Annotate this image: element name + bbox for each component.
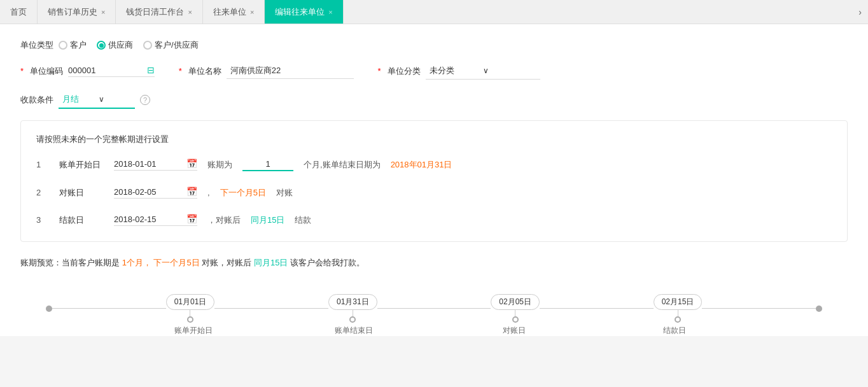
preview-label: 账期预览：当前客户账期是 — [20, 258, 120, 267]
period-date-1[interactable]: 📅 — [114, 158, 197, 171]
period-highlight-2: 下一个月5日 — [220, 187, 266, 199]
preview-highlight2: 同月15日 — [254, 258, 288, 267]
preview-highlight1: 1个月， — [122, 258, 151, 267]
timeline-line-5 — [702, 308, 816, 309]
timeline-stem-4 — [678, 310, 678, 316]
period-row-2: 2 对账日 📅 , 下一个月5日 对账 — [36, 186, 832, 199]
unit-fields-row: * 单位编码 ⊟ * 单位名称 * 单位分类 未分类 ∨ — [20, 62, 848, 80]
payment-terms-row: 收款条件 月结 ∨ ? — [20, 91, 848, 109]
timeline-date-1: 01月01日 — [166, 294, 215, 310]
unit-name-input[interactable] — [227, 64, 354, 79]
timeline-labels-row: 账单开始日 账单结束日 对账日 结款日 — [20, 325, 848, 336]
timeline-label-2: 账单结束日 — [335, 325, 373, 336]
timeline-line-1 — [52, 308, 166, 309]
tab-edit-partner[interactable]: 编辑往来单位 × — [265, 0, 343, 24]
timeline-dot-4 — [675, 316, 681, 323]
radio-customer-label: 客户 — [70, 39, 87, 51]
timeline-stem-2 — [353, 310, 353, 316]
timeline-dot-3 — [512, 316, 519, 323]
timeline-dot-2 — [349, 316, 356, 323]
payment-terms-dropdown[interactable]: 月结 ∨ — [59, 91, 135, 109]
payment-terms-value: 月结 — [62, 94, 95, 105]
tab-more-arrow[interactable]: › — [852, 7, 868, 17]
period-highlight-3: 同月15日 — [251, 215, 284, 226]
radio-supplier-label: 供应商 — [108, 39, 133, 51]
timeline-dot-1 — [187, 316, 193, 323]
unit-cat-star: * — [377, 66, 381, 76]
unit-code-label: 单位编码 — [30, 66, 63, 77]
timeline-label-1: 账单开始日 — [174, 325, 213, 336]
unit-name-star: * — [179, 66, 182, 76]
period-date-input-2[interactable] — [114, 187, 184, 197]
period-row-3: 3 结款日 📅 ，对账后 同月15日 结款 — [36, 214, 832, 226]
period-date-3[interactable]: 📅 — [114, 214, 197, 226]
timeline-node-1: 01月01日 — [166, 294, 215, 323]
unit-code-icon[interactable]: ⊟ — [147, 65, 155, 75]
period-number-input[interactable] — [242, 158, 293, 171]
radio-both-label: 客户/供应商 — [155, 39, 199, 51]
radio-supplier[interactable]: 供应商 — [97, 39, 133, 51]
unit-code-star: * — [20, 66, 24, 76]
preview-suffix: 该客户会给我打款。 — [290, 258, 365, 267]
period-suffix-2a: , — [207, 188, 210, 197]
unit-cat-dropdown[interactable]: 未分类 ∨ — [426, 62, 540, 80]
tab-cashier[interactable]: 钱货日清工作台 × — [116, 0, 202, 24]
timeline-node-3: 02月05日 — [491, 294, 540, 323]
period-date-input-3[interactable] — [114, 215, 184, 224]
unit-type-label: 单位类型 — [20, 39, 53, 51]
tab-sales-history-label: 销售订单历史 — [48, 6, 97, 18]
preview-mid: 下一个月5日 — [153, 258, 199, 267]
radio-both[interactable]: 客户/供应商 — [143, 39, 199, 51]
period-field-label-3: 结款日 — [59, 215, 104, 226]
timeline-date-2: 01月31日 — [328, 294, 377, 310]
period-cal-icon-1[interactable]: 📅 — [186, 158, 197, 169]
period-num-2: 2 — [36, 188, 49, 197]
tab-cashier-close[interactable]: × — [188, 8, 192, 16]
timeline-label-3: 对账日 — [495, 325, 533, 336]
period-date-input-1[interactable] — [114, 159, 184, 169]
period-num-1: 1 — [36, 160, 49, 169]
radio-both-circle — [143, 41, 152, 50]
period-cal-icon-2[interactable]: 📅 — [186, 186, 197, 197]
period-cal-icon-3[interactable]: 📅 — [186, 214, 197, 224]
radio-customer[interactable]: 客户 — [59, 39, 87, 51]
unit-code-field[interactable]: ⊟ — [68, 65, 155, 77]
period-box: 请按照未来的一个完整帐期进行设置 1 账单开始日 📅 账期为 个月,账单结束日期… — [20, 120, 848, 242]
radio-group: 客户 供应商 客户/供应商 — [59, 39, 199, 51]
timeline-date-3: 02月05日 — [491, 294, 540, 310]
unit-cat-value: 未分类 — [430, 65, 483, 76]
timeline-node-2: 01月31日 — [328, 294, 377, 323]
period-date-2[interactable]: 📅 — [114, 186, 197, 199]
unit-code-input[interactable] — [68, 66, 144, 75]
tab-partners-close[interactable]: × — [250, 8, 254, 16]
timeline-label-text-3: 对账日 — [503, 325, 526, 336]
tab-home[interactable]: 首页 — [0, 0, 38, 24]
timeline-node-4: 02月15日 — [654, 294, 703, 323]
unit-cat-label: 单位分类 — [388, 66, 421, 77]
unit-name-label: 单位名称 — [188, 66, 221, 77]
tab-sales-history-close[interactable]: × — [101, 8, 105, 16]
timeline-label-text-1: 账单开始日 — [174, 325, 213, 336]
tab-edit-partner-close[interactable]: × — [328, 8, 332, 16]
timeline-container: 01月01日 01月31日 02月05日 02月15日 — [0, 284, 868, 336]
tab-partners-label: 往来单位 — [213, 6, 246, 18]
timeline-stem-3 — [515, 310, 515, 316]
timeline-date-4: 02月15日 — [654, 294, 703, 310]
timeline-line-2 — [214, 308, 328, 309]
tab-sales-history[interactable]: 销售订单历史 × — [38, 0, 116, 24]
timeline-stem-1 — [190, 310, 190, 316]
timeline-line-3 — [377, 308, 491, 309]
unit-cat-arrow-icon: ∨ — [483, 66, 536, 75]
period-suffix-before-1: 账期为 — [207, 159, 232, 171]
timeline-label-4: 结款日 — [655, 325, 694, 336]
tab-partners[interactable]: 往来单位 × — [203, 0, 265, 24]
period-title: 请按照未来的一个完整帐期进行设置 — [36, 134, 832, 145]
timeline-end-dot — [816, 306, 822, 312]
payment-terms-help-icon[interactable]: ? — [140, 95, 150, 105]
preview-row: 账期预览：当前客户账期是 1个月， 下一个月5日 对账，对账后 同月15日 该客… — [20, 252, 848, 274]
period-suffix-2b: 对账 — [276, 187, 293, 199]
preview-mid2: 对账，对账后 — [202, 258, 251, 267]
period-num-3: 3 — [36, 215, 49, 225]
payment-terms-arrow-icon: ∨ — [99, 95, 131, 104]
radio-supplier-circle — [97, 41, 106, 50]
